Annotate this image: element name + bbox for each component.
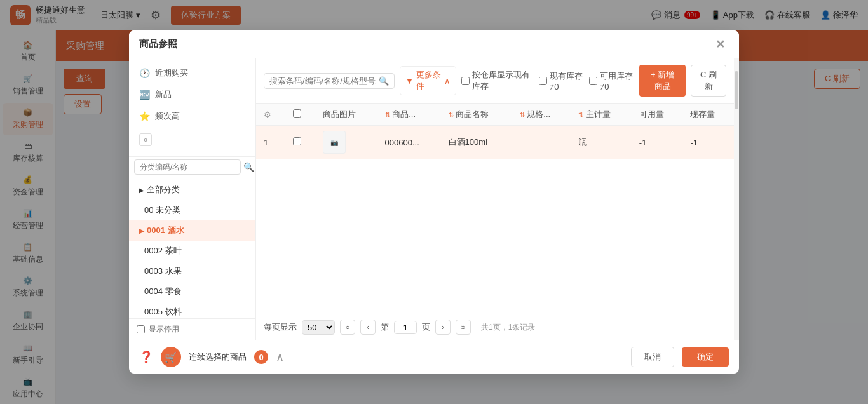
cat-item-fruit[interactable]: 0003 水果 bbox=[129, 261, 255, 281]
modal-header: 商品参照 ✕ bbox=[129, 30, 739, 58]
filter-btn[interactable]: ▼ 更多条件 ∧ bbox=[400, 66, 456, 95]
sort-icon-code: ⇅ bbox=[385, 111, 390, 118]
refresh-btn[interactable]: C 刷新 bbox=[691, 65, 726, 97]
modal-body: 🕐 近期购买 🆕 新品 ⭐ 频次高 « 🔍 bbox=[129, 58, 739, 340]
col-checkbox bbox=[285, 104, 315, 126]
cat-arrow-liquor: ▶ bbox=[139, 227, 144, 234]
product-image: 📷 bbox=[323, 131, 346, 154]
col-stock: 现存量 bbox=[682, 104, 734, 126]
show-disabled-label[interactable]: 显示停用 bbox=[149, 324, 179, 335]
warehouse-checkbox-label[interactable]: 按仓库显示现有库存 bbox=[461, 69, 534, 92]
page-input[interactable] bbox=[394, 321, 417, 334]
category-list: ▶ 全部分类 00 未分类 ▶ 0001 酒水 0002 茶叶 0003 水果 bbox=[129, 177, 255, 318]
col-img: 商品图片 bbox=[315, 104, 377, 126]
page-suffix: 页 bbox=[422, 321, 430, 333]
row-img: 📷 bbox=[315, 126, 377, 159]
category-search-area: 🔍 bbox=[129, 157, 255, 177]
star-icon: ⭐ bbox=[139, 111, 150, 121]
table-row[interactable]: 1 📷 000600... 白酒100ml bbox=[256, 126, 734, 159]
next-page-btn[interactable]: › bbox=[435, 320, 451, 335]
cat-item-tea[interactable]: 0002 茶叶 bbox=[129, 241, 255, 261]
cat-item-all[interactable]: ▶ 全部分类 bbox=[129, 180, 255, 200]
stock-ne0-label[interactable]: 现有库存≠0 bbox=[539, 71, 584, 91]
modal-close-btn[interactable]: ✕ bbox=[711, 36, 729, 53]
last-page-btn[interactable]: » bbox=[456, 320, 471, 335]
select-all-checkbox[interactable] bbox=[293, 109, 301, 118]
left-quick-tabs: 🕐 近期购买 🆕 新品 ⭐ 频次高 « bbox=[129, 58, 255, 157]
col-unit[interactable]: ⇅ 主计量 bbox=[571, 104, 631, 126]
product-search-input[interactable] bbox=[269, 76, 376, 86]
modal-scrollbar-thumb bbox=[735, 71, 738, 109]
new-icon: 🆕 bbox=[139, 90, 150, 100]
search-input-wrap: 🔍 bbox=[264, 73, 395, 89]
collapse-left-btn[interactable]: « bbox=[139, 133, 152, 146]
row-code: 000600... bbox=[377, 126, 441, 159]
tab-frequent[interactable]: ⭐ 频次高 bbox=[134, 107, 250, 126]
show-disabled-checkbox[interactable] bbox=[137, 325, 145, 333]
category-search-input[interactable] bbox=[134, 159, 241, 175]
add-product-btn[interactable]: + 新增商品 bbox=[639, 65, 686, 97]
cancel-btn[interactable]: 取消 bbox=[631, 347, 674, 367]
help-icon[interactable]: ❓ bbox=[139, 350, 153, 364]
confirm-btn[interactable]: 确定 bbox=[682, 347, 729, 367]
prev-page-btn[interactable]: ‹ bbox=[360, 320, 376, 335]
row-spec bbox=[512, 126, 571, 159]
per-page-select[interactable]: 50 20 100 bbox=[302, 320, 335, 335]
search-icon[interactable]: 🔍 bbox=[379, 76, 389, 86]
cat-item-beverage[interactable]: 0005 饮料 bbox=[129, 302, 255, 318]
stock-ne0-checkbox[interactable] bbox=[539, 77, 547, 85]
row-unit: 瓶 bbox=[571, 126, 631, 159]
cat-item-unclassified[interactable]: 00 未分类 bbox=[129, 200, 255, 220]
cat-item-snack[interactable]: 0004 零食 bbox=[129, 281, 255, 302]
col-spec[interactable]: ⇅ 规格... bbox=[512, 104, 571, 126]
first-page-btn[interactable]: « bbox=[340, 320, 355, 335]
cat-item-liquor[interactable]: ▶ 0001 酒水 bbox=[129, 220, 255, 241]
row-select-checkbox[interactable] bbox=[293, 137, 301, 145]
recent-icon: 🕐 bbox=[139, 68, 150, 78]
row-name: 白酒100ml bbox=[441, 126, 512, 159]
modal-left-panel: 🕐 近期购买 🆕 新品 ⭐ 频次高 « 🔍 bbox=[129, 58, 256, 340]
modal-title: 商品参照 bbox=[139, 38, 177, 50]
modal-scrollbar bbox=[734, 58, 739, 340]
chevron-up-icon: ∧ bbox=[444, 76, 451, 86]
continuous-select-label: 连续选择的商品 bbox=[189, 351, 247, 363]
tab-recent[interactable]: 🕐 近期购买 bbox=[134, 64, 250, 83]
tab-new[interactable]: 🆕 新品 bbox=[134, 85, 250, 104]
sort-icon-name: ⇅ bbox=[449, 111, 454, 118]
table-wrap: ⚙ 商品图片 ⇅ 商品... bbox=[256, 104, 734, 314]
category-search-icon[interactable]: 🔍 bbox=[243, 162, 254, 172]
product-table: ⚙ 商品图片 ⇅ 商品... bbox=[256, 104, 734, 159]
col-gear[interactable]: ⚙ bbox=[256, 104, 285, 126]
col-name[interactable]: ⇅ 商品名称 bbox=[441, 104, 512, 126]
row-checkbox[interactable] bbox=[285, 126, 315, 159]
col-code[interactable]: ⇅ 商品... bbox=[377, 104, 441, 126]
col-available: 可用量 bbox=[632, 104, 683, 126]
show-disabled-area: 显示停用 bbox=[129, 318, 255, 340]
modal-footer: ❓ 🛒 连续选择的商品 0 ∧ 取消 确定 bbox=[129, 340, 739, 374]
row-stock: -1 bbox=[682, 126, 734, 159]
sort-icon-unit: ⇅ bbox=[578, 111, 583, 118]
collapse-icon[interactable]: ∧ bbox=[276, 350, 284, 364]
sort-icon-spec: ⇅ bbox=[520, 111, 525, 118]
cart-btn[interactable]: 🛒 bbox=[161, 347, 181, 367]
cart-count-badge: 0 bbox=[254, 350, 268, 364]
modal-overlay: 商品参照 ✕ 🕐 近期购买 🆕 新品 ⭐ 频次高 bbox=[0, 0, 868, 404]
row-available: -1 bbox=[632, 126, 683, 159]
modal-search-bar: 🔍 ▼ 更多条件 ∧ 按仓库显示现有库存 现有库存≠0 bbox=[256, 58, 734, 104]
row-num: 1 bbox=[256, 126, 285, 159]
pagination: 每页显示 50 20 100 « ‹ 第 页 › » 共1页，1条记录 bbox=[256, 314, 734, 340]
filter-icon: ▼ bbox=[405, 76, 414, 86]
total-info: 共1页，1条记录 bbox=[481, 322, 535, 333]
per-page-label: 每页显示 bbox=[264, 321, 297, 333]
modal-right-panel: 🔍 ▼ 更多条件 ∧ 按仓库显示现有库存 现有库存≠0 bbox=[256, 58, 734, 340]
usable-ne0-label[interactable]: 可用库存≠0 bbox=[589, 71, 634, 91]
warehouse-checkbox[interactable] bbox=[461, 77, 470, 85]
page-label: 第 bbox=[381, 321, 389, 333]
modal: 商品参照 ✕ 🕐 近期购买 🆕 新品 ⭐ 频次高 bbox=[129, 30, 739, 374]
usable-ne0-checkbox[interactable] bbox=[589, 77, 597, 85]
search-bar-right: + 新增商品 C 刷新 bbox=[639, 65, 726, 97]
cat-arrow-all: ▶ bbox=[139, 187, 144, 194]
